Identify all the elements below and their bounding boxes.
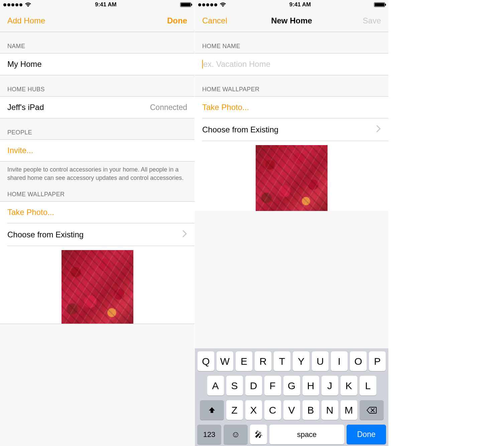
done-button[interactable]: Done [167,16,187,25]
signal-dots-icon [198,3,217,6]
wifi-icon [220,2,226,7]
key-space[interactable]: space [269,425,344,444]
key-e[interactable]: E [236,351,252,371]
key-c[interactable]: C [264,400,281,420]
emoji-icon: ☺ [231,429,240,440]
status-bar: 9:41 AM [195,0,388,9]
status-time: 9:41 AM [289,1,311,8]
choose-existing-label: Choose from Existing [202,125,278,134]
hub-status: Connected [150,103,187,112]
key-dictation[interactable]: 🎤︎ [250,425,267,444]
choose-existing-row[interactable]: Choose from Existing [195,118,388,141]
key-a[interactable]: A [207,376,224,396]
add-home-button[interactable]: Add Home [7,16,45,25]
keyboard-row-4: 123 ☺ 🎤︎ space Done [197,425,387,444]
key-i[interactable]: I [331,351,348,371]
chevron-right-icon [182,229,187,240]
key-s[interactable]: S [226,376,243,396]
choose-existing-row[interactable]: Choose from Existing [0,223,195,246]
take-photo-label: Take Photo... [7,208,54,217]
section-header-hubs: HOME HUBS [0,75,195,96]
key-t[interactable]: T [274,351,290,371]
key-w[interactable]: W [217,351,233,371]
invite-label: Invite... [7,146,33,155]
key-h[interactable]: H [302,376,319,396]
key-j[interactable]: J [322,376,338,396]
keyboard-row-2: A S D F G H J K L [197,376,387,396]
home-name-input[interactable] [203,60,381,69]
chevron-right-icon [376,124,381,135]
home-name-row[interactable]: My Home [0,53,195,75]
key-n[interactable]: N [322,400,338,420]
key-z[interactable]: Z [226,400,243,420]
key-b[interactable]: B [302,400,319,420]
take-photo-row[interactable]: Take Photo... [0,202,195,223]
wallpaper-preview[interactable] [0,246,195,324]
key-x[interactable]: X [245,400,262,420]
screen-home-settings: 9:41 AM Add Home Done NAME My Home HOME … [0,0,195,446]
take-photo-row[interactable]: Take Photo... [195,97,388,118]
key-r[interactable]: R [255,351,271,371]
nav-title: New Home [271,16,312,25]
section-header-wallpaper: HOME WALLPAPER [195,75,388,96]
nav-bar: Cancel New Home Save [195,9,388,32]
battery-icon [374,2,385,7]
key-q[interactable]: Q [198,351,214,371]
screen-new-home: 9:41 AM Cancel New Home Save HOME NAME H… [195,0,388,446]
key-y[interactable]: Y [293,351,309,371]
choose-existing-label: Choose from Existing [7,230,84,239]
signal-dots-icon [3,3,22,6]
key-u[interactable]: U [312,351,329,371]
wallpaper-preview[interactable] [195,141,388,211]
section-header-name: NAME [0,32,195,53]
key-v[interactable]: V [283,400,300,420]
key-l[interactable]: L [360,376,376,396]
hub-name: Jeff's iPad [7,103,44,112]
key-numbers[interactable]: 123 [197,425,221,444]
home-name-value: My Home [7,60,42,69]
shift-icon [208,406,216,414]
section-header-wallpaper: HOME WALLPAPER [0,185,195,201]
key-g[interactable]: G [283,376,300,396]
key-emoji[interactable]: ☺ [224,425,248,444]
key-shift[interactable] [200,400,224,420]
key-d[interactable]: D [245,376,262,396]
hub-row[interactable]: Jeff's iPad Connected [0,96,195,118]
key-f[interactable]: F [264,376,281,396]
wifi-icon [25,2,31,7]
nav-bar: Add Home Done [0,9,195,32]
status-time: 9:41 AM [95,1,117,8]
key-backspace[interactable] [360,400,384,420]
key-o[interactable]: O [350,351,367,371]
keyboard-row-3: Z X C V B N M [197,400,387,420]
key-done[interactable]: Done [347,425,386,444]
section-header-home-name: HOME NAME [195,32,388,53]
invite-row[interactable]: Invite... [0,139,195,161]
keyboard: Q W E R T Y U I O P A S D F G H J K L [195,348,388,446]
key-k[interactable]: K [341,376,357,396]
key-p[interactable]: P [369,351,386,371]
battery-icon [180,2,191,7]
key-m[interactable]: M [341,400,357,420]
section-header-people: PEOPLE [0,118,195,139]
take-photo-label: Take Photo... [202,103,249,112]
backspace-icon [367,407,377,414]
mic-icon: 🎤︎ [255,430,263,439]
people-footer: Invite people to control accessories in … [0,161,195,185]
home-name-input-row[interactable] [195,53,388,75]
save-button[interactable]: Save [363,16,381,25]
status-bar: 9:41 AM [0,0,195,9]
text-cursor [202,60,203,69]
cancel-button[interactable]: Cancel [202,16,227,25]
keyboard-row-1: Q W E R T Y U I O P [197,351,387,371]
